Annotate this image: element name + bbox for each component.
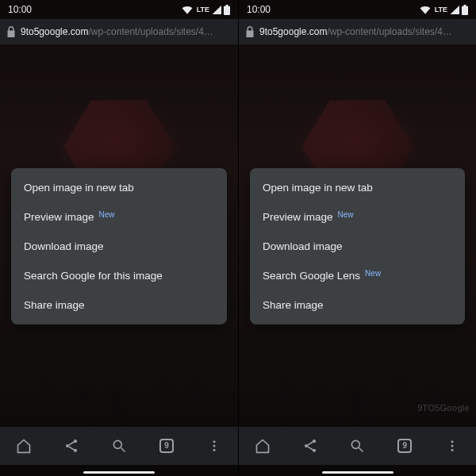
status-bar: 10:00 LTE <box>239 0 476 19</box>
wifi-icon <box>420 6 431 14</box>
lte-label: LTE <box>435 6 447 13</box>
nav-tabs-button[interactable]: 9 <box>149 428 184 463</box>
nav-more-button[interactable] <box>435 428 470 463</box>
url-text: 9to5google.com/wp-content/uploads/sites/… <box>21 26 213 37</box>
menu-download-image[interactable]: Download image <box>11 232 227 261</box>
menu-search-google-image[interactable]: Search Google for this image <box>11 261 227 290</box>
menu-item-label: Search Google for this image <box>24 270 163 282</box>
new-badge: New <box>365 269 381 278</box>
svg-point-6 <box>213 449 216 451</box>
svg-point-5 <box>213 445 216 447</box>
bottom-nav: 9 <box>239 427 476 465</box>
new-badge: New <box>99 210 115 219</box>
url-host: 9to5google.com <box>21 26 88 37</box>
menu-share-image[interactable]: Share image <box>11 290 227 320</box>
svg-point-11 <box>451 440 454 443</box>
nav-share-button[interactable] <box>54 428 89 463</box>
url-bar[interactable]: 9to5google.com/wp-content/uploads/sites/… <box>239 19 476 44</box>
menu-item-label: Search Google Lens <box>263 270 360 282</box>
menu-share-image[interactable]: Share image <box>250 290 465 320</box>
menu-preview-image[interactable]: Preview imageNew <box>11 202 227 232</box>
menu-open-new-tab[interactable]: Open image in new tab <box>250 173 465 202</box>
menu-preview-image[interactable]: Preview imageNew <box>250 202 465 232</box>
svg-point-10 <box>352 440 360 448</box>
new-badge: New <box>338 210 354 219</box>
nav-home-button[interactable] <box>6 428 41 463</box>
status-time: 10:00 <box>247 4 271 15</box>
lock-icon <box>6 26 16 37</box>
watermark: 9TO5Google <box>417 403 470 413</box>
url-path: /wp-content/uploads/sites/4… <box>327 26 451 37</box>
signal-icon <box>212 6 221 14</box>
menu-item-label: Share image <box>263 299 324 311</box>
menu-item-label: Download image <box>263 240 343 252</box>
svg-point-13 <box>451 449 454 451</box>
menu-search-google-lens[interactable]: Search Google LensNew <box>250 261 465 290</box>
battery-icon <box>462 5 468 15</box>
url-host: 9to5google.com <box>259 26 327 37</box>
menu-item-label: Preview image <box>24 211 94 223</box>
context-menu: Open image in new tab Preview imageNew D… <box>250 168 465 324</box>
nav-share-button[interactable] <box>293 428 328 463</box>
nav-search-button[interactable] <box>102 428 136 463</box>
nav-more-button[interactable] <box>197 428 232 463</box>
menu-download-image[interactable]: Download image <box>250 232 465 261</box>
menu-item-label: Open image in new tab <box>24 182 134 194</box>
menu-item-label: Share image <box>24 299 85 311</box>
tab-count: 9 <box>397 439 412 453</box>
screenshot-left: 10:00 LTE 9to5google.com/wp-content/uplo… <box>0 0 238 476</box>
nav-search-button[interactable] <box>340 428 374 463</box>
status-time: 10:00 <box>8 4 32 15</box>
lte-label: LTE <box>197 6 209 13</box>
tab-count: 9 <box>159 439 174 453</box>
nav-home-button[interactable] <box>245 428 280 463</box>
bottom-nav: 9 <box>0 427 238 465</box>
nav-tabs-button[interactable]: 9 <box>387 428 422 463</box>
signal-icon <box>450 6 459 14</box>
gesture-bar[interactable] <box>322 471 393 474</box>
screenshot-right: 10:00 LTE 9to5google.com/wp-content/uplo… <box>238 0 476 476</box>
menu-item-label: Preview image <box>263 211 333 223</box>
menu-open-new-tab[interactable]: Open image in new tab <box>11 173 227 202</box>
menu-item-label: Download image <box>24 240 104 252</box>
status-bar: 10:00 LTE <box>0 0 238 19</box>
context-menu: Open image in new tab Preview imageNew D… <box>11 168 227 324</box>
url-bar[interactable]: 9to5google.com/wp-content/uploads/sites/… <box>0 19 238 44</box>
battery-icon <box>224 5 230 15</box>
wifi-icon <box>182 6 193 14</box>
svg-point-12 <box>451 445 454 447</box>
gesture-bar[interactable] <box>83 471 155 474</box>
url-text: 9to5google.com/wp-content/uploads/sites/… <box>259 26 452 37</box>
menu-item-label: Open image in new tab <box>263 182 373 194</box>
svg-point-3 <box>113 440 121 448</box>
lock-icon <box>245 26 255 37</box>
url-path: /wp-content/uploads/sites/4… <box>88 26 213 37</box>
svg-point-4 <box>213 440 216 443</box>
